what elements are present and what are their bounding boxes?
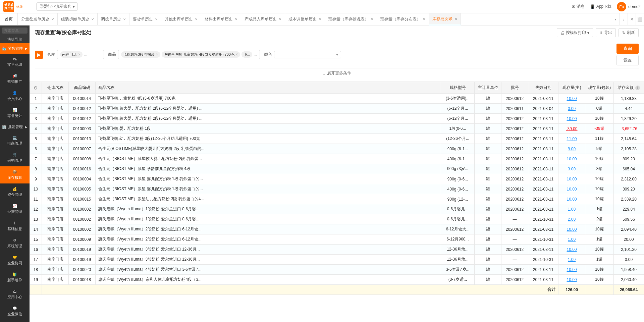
sidebar-item-system[interactable]: ⚙ 系统管理 xyxy=(0,235,30,252)
cell-pack: 10罐 xyxy=(585,94,614,104)
tab-close-all[interactable]: ✕ xyxy=(628,13,636,25)
balance-info-icon[interactable]: i xyxy=(635,86,640,90)
username: demo2 xyxy=(628,4,641,9)
export-button[interactable]: ⬆ 导出 xyxy=(596,28,616,37)
tab-close-pici[interactable]: ✕ xyxy=(454,17,457,21)
app-download-btn[interactable]: 📱 App下载 xyxy=(590,4,611,9)
table-body: 1 南岸门店 00100014 飞鹤星飞帆 儿童奶粉 4段(3-6岁适用) 70… xyxy=(30,94,644,295)
cell-no: 13 xyxy=(30,214,42,224)
sidebar-item-wechat[interactable]: 💬 企业微信 xyxy=(0,303,30,320)
tab-close-fenbiao[interactable]: ✕ xyxy=(423,17,425,21)
sidebar-item-basic-info[interactable]: ℹ 基础信息 xyxy=(0,218,30,235)
cell-code: 00100020 xyxy=(69,265,96,275)
search-input[interactable] xyxy=(2,28,28,34)
tab-close-yaohuo[interactable]: ✕ xyxy=(155,17,158,21)
cell-name: 合生元（BIOSTIME）派星幼儿配方奶粉 3段 乳铁蛋白的4... xyxy=(96,194,441,204)
tab-qita-chuku[interactable]: 其他出库单历史 ✕ xyxy=(161,13,201,25)
tab-chancheng[interactable]: 产成品入库单历史 ✕ xyxy=(241,13,285,25)
tab-expand[interactable]: ⬜ xyxy=(636,13,644,25)
tab-home[interactable]: 首页 xyxy=(0,13,18,25)
cell-pack: 1罐 xyxy=(585,234,614,245)
tab-close-diaopo[interactable]: ✕ xyxy=(123,17,126,21)
goods-tag-1-close[interactable]: ✕ xyxy=(156,53,158,56)
tab-close-qita-chuku[interactable]: ✕ xyxy=(195,17,198,21)
tab-close-chancheng[interactable]: ✕ xyxy=(279,17,281,21)
cell-name: 合生元（BIOSTIME）派星 学龄前儿童配方奶粉 4段 xyxy=(96,164,441,174)
main-layout: 快捷导航 🏪 零售管理 ▶ 🛍 零售商城 📢 营销推广 👤 会员中心 📊 零售统… xyxy=(0,25,644,322)
cell-qty: 10.00 xyxy=(558,94,585,104)
table-row: 6 南岸门店 00100007 合生元(BIOSTIME)派星较大婴儿配方奶粉 … xyxy=(30,144,644,154)
print-chevron-icon: ▾ xyxy=(587,31,589,35)
settings-button[interactable]: 设置 xyxy=(616,55,639,65)
sidebar-item-operation[interactable]: 📈 经营管理 xyxy=(0,201,30,218)
sidebar-item-retail-stats[interactable]: 📊 零售统计 xyxy=(0,105,30,122)
cell-qty: 10.00 xyxy=(558,224,585,234)
tab-zuzhuang[interactable]: 组装拆卸单历史 ✕ xyxy=(58,13,98,25)
tab-close-zuzhuang[interactable]: ✕ xyxy=(91,17,94,21)
tab-close-chengben[interactable]: ✕ xyxy=(319,17,321,21)
tab-close-fenpan[interactable]: ✕ xyxy=(51,17,54,21)
warehouse-tag-close[interactable]: ✕ xyxy=(78,53,80,56)
cell-batch: 20200612 xyxy=(501,114,528,124)
warehouse-tag-container[interactable]: 南岸门店 ✕ ... xyxy=(57,50,104,59)
sidebar-item-inventory[interactable]: 📦 库存核算 xyxy=(0,166,30,183)
tab-nav-right[interactable]: › xyxy=(620,13,628,25)
sidebar-item-purchase[interactable]: 🛒 采购管理 xyxy=(0,149,30,166)
cell-code: 00100015 xyxy=(69,194,96,204)
print-button[interactable]: 🖨 按模板打印 ▾ xyxy=(557,28,593,37)
col-header-unit: 主计量单位 xyxy=(475,82,501,94)
cell-name: 惠氏启赋（Wyeth illuma）3段奶粉 爱尔兰进口 12-36月... xyxy=(96,245,441,255)
sidebar-item-newbie[interactable]: 🔰 新手引导 xyxy=(0,269,30,286)
warehouse-more[interactable]: ... xyxy=(84,52,87,57)
col-header-spec: 规格型号 xyxy=(441,82,475,94)
cell-spec: 3-6岁及7岁... xyxy=(441,265,475,275)
goods-tag-2-close[interactable]: ✕ xyxy=(235,53,238,56)
refresh-button[interactable]: ↻ 刷新 xyxy=(619,28,639,37)
tab-close-cailiao[interactable]: ✕ xyxy=(235,17,237,21)
sidebar-item-member[interactable]: 👤 会员中心 xyxy=(0,88,30,105)
sidebar-item-retail-mgmt[interactable]: 🏪 零售管理 ▶ xyxy=(0,43,30,54)
query-button[interactable]: 查询 xyxy=(616,44,639,54)
sidebar-item-changhui[interactable]: 🎟 畅会员 xyxy=(0,320,30,322)
chevron-down-icon: ▾ xyxy=(73,4,75,9)
cell-expire: 2021-03-11 xyxy=(528,275,558,285)
tab-xiancun-zhuangkuang[interactable]: 现存量（库存状况表） ✕ xyxy=(325,13,377,25)
goods-tag-container[interactable]: 飞鹤奶粉3段同捆装 ✕ 飞鹤星飞帆 儿童奶粉 4段(3-6岁适用) 700克 ✕… xyxy=(118,50,260,59)
tab-cailiao[interactable]: 材料出库单历史 ✕ xyxy=(201,13,241,25)
sidebar-item-app-center[interactable]: 🗂 应用中心 xyxy=(0,286,30,303)
cell-batch: 20200612 xyxy=(501,164,528,174)
tab-fenpan[interactable]: 分量盘点单历史 ✕ xyxy=(18,13,58,25)
footer-total-balance: 26,968.64 xyxy=(614,285,644,295)
tab-xiancun-fenbiao[interactable]: 现存量（库存分布表） ✕ xyxy=(377,13,429,25)
cell-spec: (6-12个月... xyxy=(441,114,475,124)
system-icon: ⚙ xyxy=(13,238,16,243)
expand-conditions-btn[interactable]: ⌄ 展开更多条件 xyxy=(322,70,351,76)
column-settings-btn[interactable]: ⚙ xyxy=(34,85,38,91)
sidebar-nav-label[interactable]: 快捷导航 xyxy=(0,36,30,43)
tab-yaohuo[interactable]: 要货单历史 ✕ xyxy=(129,13,161,25)
tab-diaopo[interactable]: 调拨单历史 ✕ xyxy=(98,13,129,25)
sidebar-item-finance[interactable]: 💰 资金管理 xyxy=(0,183,30,201)
sidebar-item-ecommerce[interactable]: 💻 电商管理 xyxy=(0,132,30,149)
filter-area: ▶ 仓库 南岸门店 ✕ ... 商品 飞鹤奶粉3段 xyxy=(30,40,644,82)
sidebar-item-wholesale[interactable]: 🏢 批发管理 ▶ xyxy=(0,122,30,132)
tab-chengben[interactable]: 成本调整单历史 ✕ xyxy=(285,13,325,25)
goods-more[interactable]: ... xyxy=(254,52,257,57)
tab-close-zhuangkuang[interactable]: ✕ xyxy=(371,17,373,21)
tab-nav-left[interactable]: ‹ xyxy=(612,13,620,25)
cell-spec: (3-7岁适... xyxy=(441,275,475,285)
sidebar-item-marketing[interactable]: 📢 营销推广 xyxy=(0,70,30,88)
tab-kucun-pici[interactable]: 库存批次账 ✕ xyxy=(429,13,461,25)
cell-spec: (12-36个月... xyxy=(441,134,475,144)
cell-expire: 2021-03-11 xyxy=(528,265,558,275)
cell-balance: 665.04 xyxy=(614,164,644,174)
sidebar-item-retail-mall[interactable]: 🛍 零售商城 xyxy=(0,54,30,70)
messages-btn[interactable]: ✉ 消息 xyxy=(572,4,585,9)
cell-pack: -39罐 xyxy=(585,124,614,134)
color-tag-container[interactable]: ▾ xyxy=(274,51,341,58)
user-area[interactable]: Ea demo2 xyxy=(617,2,641,11)
sidebar-item-enterprise[interactable]: 🤝 企业协同 xyxy=(0,252,30,269)
company-selector[interactable]: 母婴行业演示账套 ▾ xyxy=(36,2,78,11)
message-icon: ✉ xyxy=(572,4,575,9)
filter-nav-button[interactable]: ▶ xyxy=(35,51,43,59)
